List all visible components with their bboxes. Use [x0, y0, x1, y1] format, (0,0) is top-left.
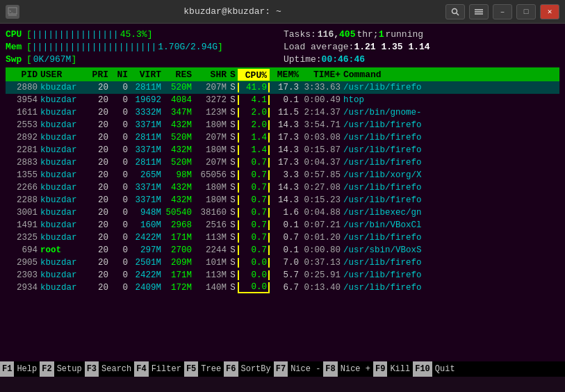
fkey-label: Kill	[387, 361, 413, 377]
cell-res: 2700	[163, 245, 193, 255]
table-row[interactable]: 1491 kbuzdar 20 0 160M 2968 2516 S 0.7 0…	[6, 219, 559, 231]
maximize-button[interactable]: □	[516, 4, 536, 19]
cell-pri: 20	[88, 120, 110, 130]
cell-ni: 0	[110, 283, 129, 293]
fkey-label: SortBy	[238, 361, 274, 377]
cell-mem: 1.6	[270, 208, 300, 218]
table-row[interactable]: 2934 kbuzdar 20 0 2409M 172M 140M S 0.0 …	[6, 281, 559, 294]
process-rows: 2880 kbuzdar 20 0 2811M 520M 207M S 41.9…	[6, 81, 559, 294]
cell-mem: 7.0	[270, 258, 300, 268]
table-row[interactable]: 694 root 20 0 297M 2700 2244 S 0.7 0.1 0…	[6, 244, 559, 256]
cell-user: kbuzdar	[39, 283, 88, 293]
close-button[interactable]: ✕	[540, 4, 559, 19]
minimize-button[interactable]: –	[493, 4, 512, 19]
svg-text:>_: >_	[9, 10, 14, 14]
table-row[interactable]: 2880 kbuzdar 20 0 2811M 520M 207M S 41.9…	[6, 81, 559, 94]
cell-res: 4084	[163, 95, 193, 105]
cell-user: root	[39, 245, 88, 255]
cell-shr: 101M	[193, 258, 228, 268]
cell-shr: 180M	[193, 195, 228, 205]
cell-pri: 20	[88, 195, 110, 205]
cell-shr: 180M	[193, 183, 228, 193]
mem-stat-row: Mem [ ||||||||||||||||||||||| 1.70G/2.94…	[6, 40, 270, 53]
cell-cpu: 1.4	[238, 145, 270, 155]
cell-time: 0:00.80	[300, 245, 342, 255]
table-row[interactable]: 1611 kbuzdar 20 0 3332M 347M 123M S 2.0 …	[6, 106, 559, 119]
cell-user: kbuzdar	[39, 120, 88, 130]
table-row[interactable]: 2553 kbuzdar 20 0 3371M 432M 180M S 2.0 …	[6, 119, 559, 131]
fkey-f7[interactable]: F7 Nice -	[274, 361, 324, 377]
cell-mem: 0.1	[270, 95, 300, 105]
cell-time: 0:04.88	[300, 208, 342, 218]
table-row[interactable]: 2303 kbuzdar 20 0 2422M 171M 113M S 0.0 …	[6, 269, 559, 281]
cell-pri: 20	[88, 95, 110, 105]
table-row[interactable]: 2883 kbuzdar 20 0 2811M 520M 207M S 0.7 …	[6, 156, 559, 169]
cell-pid: 2892	[6, 133, 39, 142]
table-row[interactable]: 3001 kbuzdar 20 0 948M 50540 38160 S 0.7…	[6, 206, 559, 219]
cell-s: S	[228, 270, 238, 280]
fkey-label: Quit	[432, 361, 458, 377]
cell-ni: 0	[110, 258, 129, 268]
table-row[interactable]: 2281 kbuzdar 20 0 3371M 432M 180M S 1.4 …	[6, 144, 559, 156]
fkey-f3[interactable]: F3 Search	[85, 361, 135, 377]
cell-cpu: 1.4	[238, 133, 270, 142]
search-button[interactable]	[445, 4, 465, 19]
cell-res: 520M	[163, 158, 193, 168]
cell-res: 432M	[163, 145, 193, 155]
cell-shr: 3272	[193, 95, 228, 105]
cell-time: 0:27.08	[300, 183, 342, 193]
cell-user: kbuzdar	[39, 170, 88, 180]
table-row[interactable]: 2905 kbuzdar 20 0 2501M 209M 101M S 0.0 …	[6, 256, 559, 269]
cell-cpu: 0.0	[238, 258, 270, 268]
menu-button[interactable]	[469, 4, 489, 19]
table-row[interactable]: 2266 kbuzdar 20 0 3371M 432M 180M S 0.7 …	[6, 181, 559, 194]
cell-res: 172M	[163, 283, 193, 293]
cell-res: 209M	[163, 258, 193, 268]
cell-shr: 180M	[193, 120, 228, 130]
cell-pri: 20	[88, 158, 110, 168]
cell-mem: 3.3	[270, 170, 300, 180]
cell-user: kbuzdar	[39, 158, 88, 168]
fkey-label: Nice -	[288, 361, 323, 377]
fkey-f6[interactable]: F6 SortBy	[224, 361, 274, 377]
cell-mem: 14.3	[270, 145, 300, 155]
header-mem: MEM%	[270, 70, 300, 80]
fkey-f5[interactable]: F5 Tree	[184, 361, 224, 377]
process-table: PID USER PRI NI VIRT RES SHR S CPU% MEM%…	[6, 67, 559, 294]
cell-pri: 20	[88, 270, 110, 280]
cell-cmd: htop	[342, 95, 559, 105]
cell-mem: 14.3	[270, 195, 300, 205]
cell-cmd: /usr/bin/gnome-	[342, 108, 559, 117]
cell-mem: 14.3	[270, 120, 300, 130]
cell-time: 3:33.63	[300, 83, 342, 92]
fkey-f4[interactable]: F4 Filter	[134, 361, 184, 377]
cell-res: 520M	[163, 133, 193, 142]
table-row[interactable]: 3954 kbuzdar 20 0 19692 4084 3272 S 4.1 …	[6, 94, 559, 106]
fkey-f9[interactable]: F9 Kill	[373, 361, 413, 377]
fkey-f2[interactable]: F2 Setup	[40, 361, 84, 377]
mem-label: Mem	[6, 42, 26, 52]
table-row[interactable]: 2288 kbuzdar 20 0 3371M 432M 180M S 0.7 …	[6, 194, 559, 206]
table-row[interactable]: 1355 kbuzdar 20 0 265M 98M 65056 S 0.7 3…	[6, 169, 559, 181]
fkey-label: Tree	[198, 361, 224, 377]
cell-pid: 2934	[6, 283, 39, 293]
cell-ni: 0	[110, 170, 129, 180]
cell-shr: 180M	[193, 145, 228, 155]
cell-virt: 2811M	[129, 83, 163, 92]
cell-user: kbuzdar	[39, 83, 88, 92]
fkey-f1[interactable]: F1 Help	[0, 361, 40, 377]
header-cpu: CPU%	[238, 69, 270, 81]
cell-shr: 113M	[193, 270, 228, 280]
mem-bars: |||||||||||||||||||||||	[32, 42, 156, 52]
cell-time: 0:04.37	[300, 158, 342, 168]
table-row[interactable]: 2892 kbuzdar 20 0 2811M 520M 207M S 1.4 …	[6, 131, 559, 144]
titlebar-left: >_	[6, 5, 19, 19]
cell-shr: 207M	[193, 83, 228, 92]
cell-pid: 3001	[6, 208, 39, 218]
table-row[interactable]: 2325 kbuzdar 20 0 2422M 171M 113M S 0.7 …	[6, 231, 559, 244]
fkey-f10[interactable]: F10 Quit	[413, 361, 457, 377]
cell-cmd: /usr/lib/firefo	[342, 83, 559, 92]
cell-pri: 20	[88, 258, 110, 268]
fkey-f8[interactable]: F8 Nice +	[323, 361, 373, 377]
cell-pri: 20	[88, 133, 110, 142]
